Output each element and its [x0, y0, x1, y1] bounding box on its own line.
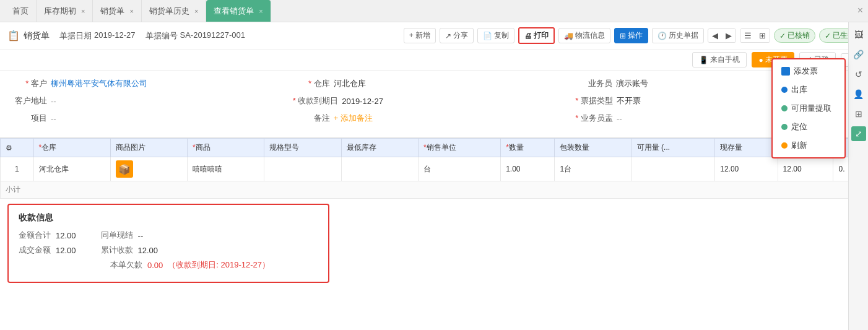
- payment-date-field: * 收款到期日 2019-12-27: [293, 95, 576, 106]
- history-icon: 🕐: [658, 32, 667, 40]
- th-min-stock: 最低库存: [341, 139, 418, 157]
- sidebar-refresh-icon[interactable]: ↺: [851, 67, 866, 82]
- outbound-icon: [781, 87, 788, 93]
- th-spec: 规格型号: [264, 139, 341, 157]
- cell-stock: 12.00: [715, 157, 778, 181]
- subtotal-label: 小计: [1, 181, 868, 199]
- available-qty-icon: [781, 105, 788, 111]
- note-label: 备注: [293, 113, 330, 124]
- cumulative-item: 累计收款 12.00: [101, 245, 158, 256]
- sidebar-user-icon[interactable]: 👤: [851, 87, 866, 102]
- right-sidebar: 🖼 🔗 ↺ 👤 ⊞ ⤢: [848, 22, 868, 330]
- outbound-label: 出库: [791, 84, 807, 95]
- th-settings[interactable]: ⚙: [1, 139, 34, 157]
- locate-item[interactable]: 定位: [773, 118, 844, 136]
- due-date-note: （收款到期日: 2019-12-27）: [168, 259, 270, 271]
- balance-value: 0.00: [147, 261, 163, 270]
- tab-sales-close[interactable]: ×: [129, 7, 133, 15]
- tab-inventory[interactable]: 库存期初 ×: [37, 0, 93, 22]
- operation-button[interactable]: ⊞ 操作: [614, 28, 648, 43]
- tab-sales-history[interactable]: 销货单历史 ×: [142, 0, 206, 22]
- share-button[interactable]: ↗ 分享: [440, 28, 474, 43]
- address-value: --: [51, 97, 56, 106]
- project-field: 项目 --: [10, 113, 293, 124]
- sidebar-link-icon[interactable]: 🔗: [851, 47, 866, 62]
- main-content: 📋 销货单 单据日期 2019-12-27 单据编号 SA-20191227-0…: [0, 22, 868, 330]
- window-close-button[interactable]: ×: [857, 5, 863, 16]
- sidebar-image-icon[interactable]: 🖼: [851, 27, 866, 42]
- employee2-label: * 业务员盂: [575, 113, 613, 124]
- sales-order-icon: 📋: [7, 30, 20, 41]
- project-label: 项目: [10, 113, 47, 124]
- ci-row-3: 本单欠款 0.00 （收款到期日: 2019-12-27）: [19, 259, 318, 271]
- cell-min-stock: [341, 157, 418, 181]
- customer-field: * 客户 柳州粤港平安气体有限公司: [10, 78, 293, 89]
- form-area: * 客户 柳州粤港平安气体有限公司 * 仓库 河北仓库 业务员 演示账号: [0, 71, 868, 137]
- same-order-label: 同单现结: [101, 230, 133, 241]
- add-invoice-icon: [781, 67, 790, 76]
- tab-sales[interactable]: 销货单 ×: [93, 0, 141, 22]
- date-meta: 单据日期 2019-12-27: [59, 30, 136, 41]
- outbound-item[interactable]: 出库: [773, 80, 844, 99]
- from-phone-button[interactable]: 📱 来自手机: [692, 52, 747, 67]
- cell-unit-price: 12.00: [778, 157, 833, 181]
- employee-value: 演示账号: [616, 78, 648, 89]
- locate-label: 定位: [791, 121, 807, 132]
- logistics-button[interactable]: 🚚 物流信息: [558, 28, 610, 43]
- grid-view-button[interactable]: ⊞: [755, 29, 770, 42]
- tab-sales-history-close[interactable]: ×: [194, 7, 198, 15]
- product-img-placeholder: 📦: [116, 160, 133, 178]
- cell-index: 1: [1, 157, 34, 181]
- ci-row-2: 成交金额 12.00 累计收款 12.00: [19, 245, 318, 256]
- history-button[interactable]: 🕐 历史单据: [652, 28, 704, 43]
- th-package-qty: 包装数量: [555, 139, 631, 157]
- form-row-3: 项目 -- 备注 + 添加备注 * 业务员盂 --: [10, 113, 858, 124]
- tab-inventory-close[interactable]: ×: [81, 7, 85, 15]
- refresh-icon: [781, 142, 788, 149]
- next-button[interactable]: ▶: [722, 29, 736, 42]
- cell-warehouse: 河北仓库: [33, 157, 110, 181]
- new-button[interactable]: + 新增: [404, 28, 436, 43]
- total-amount-label: 金额合计: [19, 230, 51, 241]
- table-header-row: ⚙ *仓库 商品图片 *商品 规格型号 最低库存 *销售单位 *数量 包装数量 …: [1, 139, 868, 157]
- nav-arrows: ◀ ▶: [708, 28, 736, 43]
- status-sold-badge: ✓ 已核销: [774, 28, 815, 43]
- add-invoice-item[interactable]: 添发票: [773, 62, 844, 80]
- available-qty-item[interactable]: 可用量提取: [773, 99, 844, 118]
- same-order-item: 同单现结 --: [101, 230, 144, 241]
- cell-package-qty: 1台: [555, 157, 631, 181]
- add-note-button[interactable]: + 添加备注: [334, 113, 373, 124]
- data-table-container: ⚙ *仓库 商品图片 *商品 规格型号 最低库存 *销售单位 *数量 包装数量 …: [0, 137, 868, 199]
- date-value: 2019-12-27: [94, 30, 136, 41]
- cell-sales-unit: 台: [418, 157, 500, 181]
- collection-info-title: 收款信息: [19, 212, 318, 224]
- ticket-label: * 票据类型: [575, 95, 613, 106]
- tab-view-sales[interactable]: 查看销货单 ×: [206, 0, 271, 22]
- th-product-img: 商品图片: [110, 139, 187, 157]
- tab-view-sales-close[interactable]: ×: [259, 7, 263, 15]
- customer-value[interactable]: 柳州粤港平安气体有限公司: [51, 78, 147, 89]
- sidebar-grid-icon[interactable]: ⊞: [851, 106, 866, 121]
- balance-label: 本单欠款: [110, 259, 142, 271]
- note-field: 备注 + 添加备注: [293, 113, 576, 124]
- document-header: 📋 销货单 单据日期 2019-12-27 单据编号 SA-20191227-0…: [0, 22, 868, 50]
- project-value: --: [51, 114, 56, 123]
- print-button[interactable]: 🖨 打印: [518, 27, 555, 44]
- copy-button[interactable]: 📄 复制: [477, 28, 514, 43]
- operation-icon: ⊞: [620, 32, 626, 40]
- product-image: 📦: [116, 160, 133, 178]
- number-label: 单据编号: [145, 30, 178, 41]
- refresh-item[interactable]: 刷新: [773, 136, 844, 155]
- warehouse-value: 河北仓库: [334, 78, 366, 89]
- tab-sales-history-label: 销货单历史: [149, 6, 189, 17]
- sidebar-expand-icon[interactable]: ⤢: [851, 126, 866, 141]
- same-order-value: --: [138, 231, 144, 240]
- phone-icon: 📱: [699, 56, 708, 64]
- tab-home[interactable]: 首页: [5, 0, 37, 22]
- warehouse-label: * 仓库: [293, 78, 330, 89]
- dot-icon: ●: [758, 56, 763, 64]
- address-label: 客户地址: [10, 95, 47, 106]
- list-view-button[interactable]: ☰: [740, 29, 755, 42]
- address-field: 客户地址 --: [10, 95, 293, 106]
- prev-button[interactable]: ◀: [708, 29, 722, 42]
